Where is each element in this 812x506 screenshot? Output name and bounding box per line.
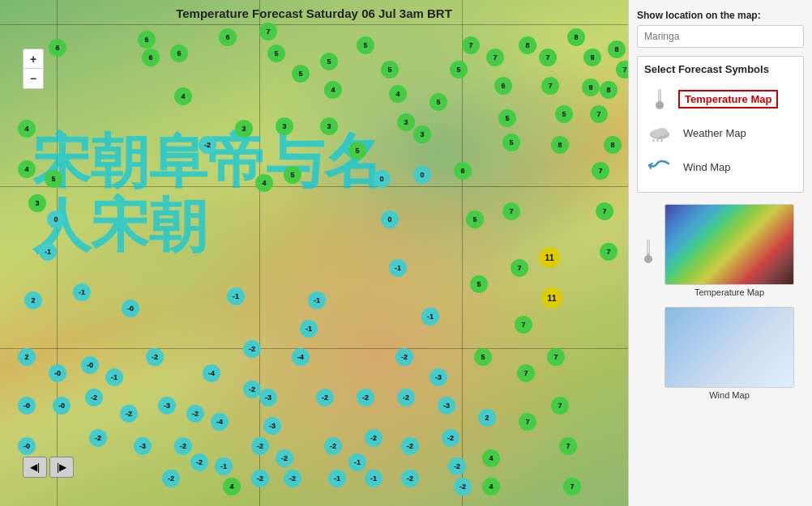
- temp-dot: 5: [474, 348, 492, 366]
- temp-dot: -3: [430, 368, 447, 386]
- temp-dot: 2: [24, 291, 42, 309]
- wind-option-label[interactable]: Wind Map: [678, 159, 736, 175]
- temp-dot: -1: [227, 287, 245, 305]
- nav-next-button[interactable]: |▶: [49, 457, 74, 478]
- temp-dot: 7: [590, 105, 608, 123]
- temp-dot: -1: [39, 243, 57, 261]
- forecast-section: Select Forecast Symbols Temperature Map: [637, 56, 804, 193]
- svg-rect-11: [647, 240, 650, 253]
- temp-dot: 8: [567, 28, 585, 46]
- forecast-option-wind[interactable]: Wind Map: [644, 151, 797, 182]
- temp-dot: -1: [348, 453, 366, 471]
- forecast-section-title: Select Forecast Symbols: [644, 63, 797, 75]
- temp-dot: 7: [559, 437, 577, 455]
- temp-dot: -1: [328, 470, 346, 487]
- temp-dot: 4: [389, 85, 407, 103]
- nav-prev-button[interactable]: ◀|: [23, 457, 47, 478]
- temp-dot: -2: [442, 429, 459, 447]
- temp-dot: 11: [541, 287, 562, 308]
- temp-dot: 6: [219, 28, 237, 46]
- temp-dot: -2: [357, 389, 374, 406]
- svg-line-8: [661, 139, 662, 142]
- zoom-controls[interactable]: + −: [23, 49, 44, 89]
- temp-dot: -2: [324, 437, 342, 455]
- temp-dot: 5: [555, 105, 573, 123]
- temp-dot: -0: [49, 364, 66, 382]
- zoom-in-button[interactable]: +: [24, 49, 43, 69]
- temp-dot: 8: [600, 81, 618, 99]
- temp-dot: 7: [596, 202, 613, 220]
- temp-dot: -2: [174, 437, 192, 455]
- temp-dot: 4: [223, 478, 241, 495]
- temp-dot: 3: [413, 125, 431, 143]
- temp-dot: -2: [448, 457, 466, 475]
- temp-dot: 3: [397, 113, 415, 131]
- temp-dot: 3: [28, 194, 46, 212]
- temp-dot: 7: [600, 243, 618, 261]
- temp-dot: -2: [397, 389, 415, 406]
- thumbnail-wind[interactable]: Wind Map: [665, 307, 794, 400]
- nav-controls[interactable]: ◀| |▶: [23, 457, 74, 478]
- temp-dot: 5: [502, 134, 520, 151]
- temp-dot: 0: [413, 166, 431, 184]
- temp-dot: 4: [324, 81, 342, 99]
- thumbnail-temp[interactable]: Temperature Map: [665, 204, 794, 297]
- temp-dot: -2: [284, 470, 301, 487]
- temp-dot: -3: [438, 397, 455, 415]
- temp-dot: 7: [547, 348, 565, 366]
- thumbnail-temp-label: Temperature Map: [694, 287, 764, 297]
- svg-point-5: [656, 128, 668, 136]
- temp-dot: 3: [235, 120, 253, 138]
- temp-dot: 5: [466, 210, 484, 228]
- thumbnails-section: Temperature Map Wind Map: [637, 201, 804, 400]
- forecast-option-weather[interactable]: Weather Map: [644, 117, 797, 148]
- temp-option-label[interactable]: Temperature Map: [678, 90, 778, 108]
- temp-dot: -1: [73, 283, 91, 301]
- temp-dot: -0: [18, 397, 36, 415]
- temp-dot: -0: [53, 397, 71, 415]
- temp-dot: -2: [276, 449, 293, 467]
- svg-point-1: [656, 101, 664, 109]
- temp-dot: 5: [267, 45, 285, 62]
- temp-dot: -4: [211, 413, 229, 431]
- temp-dot: 8: [551, 136, 569, 154]
- temp-dot: -4: [292, 348, 310, 366]
- forecast-option-temp[interactable]: Temperature Map: [644, 83, 797, 114]
- temp-dot: 6: [142, 49, 160, 66]
- temp-dot: -1: [421, 308, 439, 325]
- temp-dot: 5: [292, 65, 310, 83]
- temp-dot: -3: [134, 437, 152, 455]
- weather-option-label[interactable]: Weather Map: [678, 125, 751, 141]
- temp-dot: -2: [454, 478, 472, 495]
- temp-dot: 6: [49, 39, 66, 57]
- location-input[interactable]: [637, 25, 804, 48]
- map-title: Temperature Forecast Saturday 06 Jul 3am…: [0, 6, 628, 20]
- temp-dot: 2: [18, 348, 36, 366]
- wind-icon: [647, 156, 672, 177]
- temp-dot: -2: [365, 429, 382, 447]
- temp-dot: 7: [563, 478, 581, 495]
- temp-dot: -2: [120, 405, 138, 423]
- temp-dot: 6: [454, 162, 472, 180]
- zoom-out-button[interactable]: −: [24, 69, 43, 88]
- temp-dot: 7: [511, 259, 528, 277]
- temp-dot: -1: [215, 457, 233, 475]
- temp-dot: -2: [243, 381, 261, 398]
- temp-dot: 5: [45, 170, 62, 188]
- svg-line-6: [653, 139, 654, 142]
- temp-dot: 7: [551, 397, 569, 415]
- temp-dot: 4: [18, 120, 36, 138]
- temp-dot: -3: [259, 389, 277, 406]
- temp-dot: -2: [146, 348, 164, 366]
- temp-dot: -2: [190, 453, 208, 471]
- location-section: Show location on the map:: [637, 10, 804, 48]
- temp-dot: 7: [486, 49, 504, 66]
- temp-dot: 5: [284, 166, 301, 184]
- temp-dot: 3: [320, 117, 338, 135]
- temp-dot: 8: [604, 136, 622, 154]
- temp-dot: -1: [365, 470, 382, 487]
- temp-dot: -2: [85, 389, 103, 406]
- temp-dot: -2: [401, 437, 419, 455]
- temp-dot: 5: [430, 93, 447, 111]
- temp-dot: 0: [47, 210, 65, 228]
